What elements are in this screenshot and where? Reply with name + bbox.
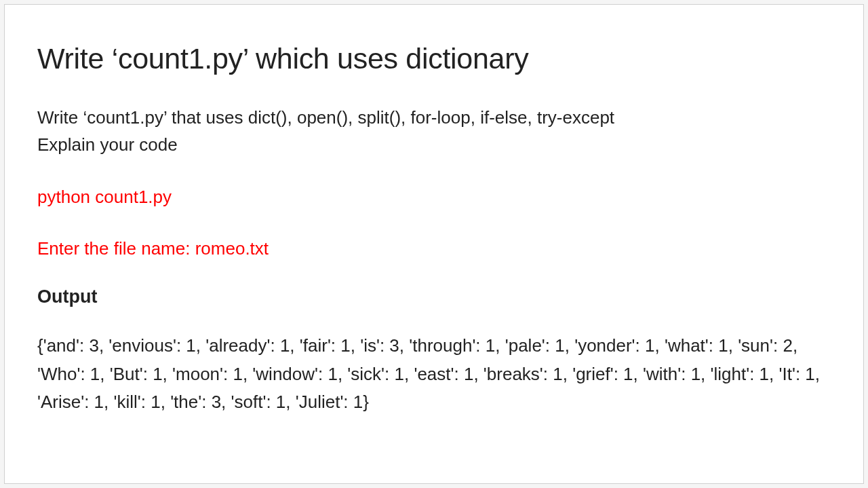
document-page: Write ‘count1.py’ which uses dictionary … <box>4 4 864 484</box>
instruction-line-2: Explain your code <box>37 134 178 155</box>
instruction-line-1: Write ‘count1.py’ that uses dict(), open… <box>37 107 614 128</box>
instruction-block: Write ‘count1.py’ that uses dict(), open… <box>37 104 831 159</box>
output-heading: Output <box>37 286 831 307</box>
output-dictionary: {'and': 3, 'envious': 1, 'already': 1, '… <box>37 332 831 417</box>
page-title: Write ‘count1.py’ which uses dictionary <box>37 42 831 75</box>
command-line: python count1.py <box>37 183 831 210</box>
input-prompt: Enter the file name: romeo.txt <box>37 235 831 262</box>
